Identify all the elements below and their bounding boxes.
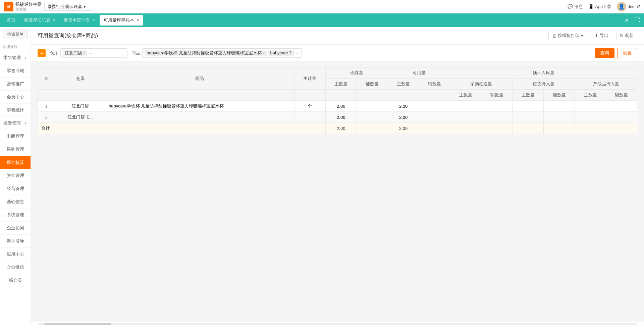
product-tag-babycare2: babycare？ bbox=[268, 50, 294, 56]
th-purchase-aux: 辅数量 bbox=[481, 90, 513, 101]
top-bar-right: 💬 消息 📱 App下载 👤 demo2 bbox=[568, 2, 640, 11]
gear-icon[interactable]: ⚙ bbox=[44, 76, 48, 81]
th-avail-aux-qty: 辅数量 bbox=[419, 79, 450, 90]
th-stock-aux-qty: 辅数量 bbox=[357, 79, 388, 90]
footer-product-main bbox=[575, 123, 606, 134]
cell-stock-aux-1 bbox=[357, 101, 388, 112]
user-area[interactable]: 👤 demo2 bbox=[617, 2, 640, 11]
tab-available-stock[interactable]: 可用量库存账本 × bbox=[100, 15, 143, 26]
warehouse-filter: 仓库 江北门店 × ··· bbox=[50, 48, 127, 58]
filter-actions: 查询 设置 bbox=[595, 48, 637, 58]
sidebar-item-enterprise-collab[interactable]: 企业协同 bbox=[0, 222, 31, 235]
cell-seq-1: 1 bbox=[38, 101, 55, 112]
th-main-unit: 主计量 bbox=[294, 67, 325, 90]
th-empty5 bbox=[325, 90, 357, 101]
th-product-main: 主数量 bbox=[575, 90, 606, 101]
sidebar-item-sys-mgmt[interactable]: 系统管理 bbox=[0, 208, 31, 222]
sidebar-item-basic-info[interactable]: 基础信息 bbox=[0, 195, 31, 208]
logo-area: 好 畅捷通好生意 标准版 bbox=[4, 2, 42, 11]
refresh-btn[interactable]: ↻ 刷新 bbox=[616, 31, 637, 40]
logo-icon: 好 bbox=[4, 2, 13, 11]
th-incoming-main: 主数量 bbox=[513, 90, 544, 101]
th-product: 商品 bbox=[105, 67, 294, 90]
th-current-stock: 现存量 bbox=[325, 67, 388, 79]
sidebar-search: 搜索菜单 bbox=[0, 27, 31, 42]
message-action[interactable]: 💬 消息 bbox=[568, 4, 583, 10]
sidebar-item-marketing[interactable]: 营销推广 bbox=[0, 78, 31, 91]
horizontal-scrollbar[interactable] bbox=[38, 323, 637, 325]
th-empty6 bbox=[357, 90, 388, 101]
workspace-select[interactable]: 母婴行业演示账套 ▾ bbox=[44, 3, 91, 11]
th-empty bbox=[38, 90, 55, 101]
tab-order-stats-close[interactable]: × bbox=[93, 18, 95, 22]
product-tag-area[interactable]: babycare学饮杯 儿童防摔防撞吸管杯重力球吸嘴杯宝宝水杯 × babyca… bbox=[142, 48, 302, 58]
footer-purchase-main bbox=[450, 123, 481, 134]
sidebar-item-new-guide[interactable]: 新手引导 bbox=[0, 235, 31, 248]
cell-unit-2 bbox=[294, 112, 325, 123]
sidebar-item-finance-mgmt[interactable]: 资金管理 bbox=[0, 169, 31, 182]
sidebar-item-retail-mgmt[interactable]: 零售管理 ▲ bbox=[0, 51, 31, 64]
sidebar-item-vip-member[interactable]: 畅会员 bbox=[0, 274, 31, 287]
sidebar-item-inventory-check[interactable]: 库存核算 bbox=[0, 156, 31, 169]
search-menu-btn[interactable]: 搜索菜单 bbox=[3, 30, 28, 39]
cell-product-main-1 bbox=[575, 101, 606, 112]
cell-avail-aux-1 bbox=[419, 101, 450, 112]
cell-product-aux-1 bbox=[606, 101, 637, 112]
tab-close-all-btn[interactable]: ✕ bbox=[623, 16, 631, 24]
cell-product-2 bbox=[105, 112, 294, 123]
th-gear[interactable]: ⚙ bbox=[38, 67, 55, 90]
scrollbar-thumb[interactable] bbox=[44, 323, 111, 325]
th-incoming-aux: 辅数量 bbox=[544, 90, 575, 101]
sidebar-item-purchase-mgmt[interactable]: 采购管理 bbox=[0, 143, 31, 156]
warehouse-tag-area[interactable]: 江北门店 × ··· bbox=[60, 48, 127, 58]
message-icon: 💬 bbox=[568, 4, 573, 9]
product-more[interactable]: ··· bbox=[296, 51, 299, 55]
sidebar-item-retail-mall[interactable]: 零售商城 bbox=[0, 64, 31, 78]
setting-btn[interactable]: 设置 bbox=[617, 48, 637, 58]
warehouse-more[interactable]: ··· bbox=[89, 51, 92, 55]
th-product-aux: 辅数量 bbox=[606, 90, 637, 101]
product-tag-babycare-close[interactable]: × bbox=[263, 51, 265, 55]
cell-purchase-aux-2 bbox=[481, 112, 513, 123]
cell-purchase-main-1 bbox=[450, 101, 481, 112]
cell-avail-main-2: 2.00 bbox=[388, 112, 419, 123]
th-empty7 bbox=[388, 90, 419, 101]
sidebar: 搜索菜单 快捷导航 零售管理 ▲ 零售商城 营销推广 会员中心 零售统计 批发管… bbox=[0, 27, 31, 326]
template-print-btn[interactable]: 🖨 按模板打印 ▾ bbox=[548, 31, 587, 40]
cell-warehouse-2: 江北门店【... bbox=[55, 112, 105, 123]
tab-fullscreen-btn[interactable]: ⛶ bbox=[633, 16, 641, 24]
sidebar-item-retail-stats[interactable]: 零售统计 bbox=[0, 104, 31, 117]
tab-available-stock-close[interactable]: × bbox=[137, 18, 139, 22]
sidebar-item-app-center[interactable]: 应用中心 bbox=[0, 248, 31, 261]
th-empty2 bbox=[55, 90, 105, 101]
tab-home[interactable]: 首页 bbox=[3, 15, 19, 26]
th-planned-in: 预计入库量 bbox=[450, 67, 637, 79]
data-table: ⚙ 仓库 商品 主计量 现存量 可用量 预计入库量 主数量 辅数量 主数量 辅数… bbox=[38, 67, 637, 134]
cell-incoming-aux-1 bbox=[544, 101, 575, 112]
mobile-icon: 📱 bbox=[588, 4, 594, 9]
product-filter: 商品 babycare学饮杯 儿童防摔防撞吸管杯重力球吸嘴杯宝宝水杯 × bab… bbox=[131, 48, 302, 58]
sidebar-item-wholesale-mgmt[interactable]: 批发管理 ▼ bbox=[0, 117, 31, 130]
th-empty4 bbox=[294, 90, 325, 101]
tab-receipt-summary[interactable]: 收发存汇总表 × bbox=[20, 15, 59, 26]
query-btn[interactable]: 查询 bbox=[595, 48, 614, 58]
sidebar-item-ecom-mgmt[interactable]: 电商管理 bbox=[0, 130, 31, 143]
warehouse-tag-close[interactable]: × bbox=[83, 51, 85, 55]
th-empty8 bbox=[419, 90, 450, 101]
sidebar-item-enterprise-wechat[interactable]: 企业微信 bbox=[0, 261, 31, 274]
sidebar-item-member-center[interactable]: 会员中心 bbox=[0, 91, 31, 104]
app-download-action[interactable]: 📱 App下载 bbox=[588, 4, 611, 10]
cell-purchase-aux-1 bbox=[481, 101, 513, 112]
print-icon: 🖨 bbox=[552, 33, 556, 38]
chevron-icon: ▲ bbox=[24, 56, 27, 60]
th-stock-main-qty: 主数量 bbox=[325, 79, 357, 90]
tab-receipt-summary-close[interactable]: × bbox=[53, 18, 55, 22]
cell-product-1: babycare学饮杯 儿童防摔防撞吸管杯重力球吸嘴杯宝宝水杯 bbox=[105, 101, 294, 112]
sidebar-item-ops-mgmt[interactable]: 经营管理 bbox=[0, 182, 31, 195]
export-btn[interactable]: ⬆ 导出 bbox=[591, 31, 612, 40]
tab-order-stats[interactable]: 要货单统计表 × bbox=[60, 15, 99, 26]
footer-incoming-main bbox=[513, 123, 544, 134]
filter-expand-btn[interactable]: » bbox=[38, 49, 46, 57]
tab-bar-actions: ✕ ⛶ bbox=[623, 16, 641, 24]
export-icon: ⬆ bbox=[595, 33, 598, 38]
